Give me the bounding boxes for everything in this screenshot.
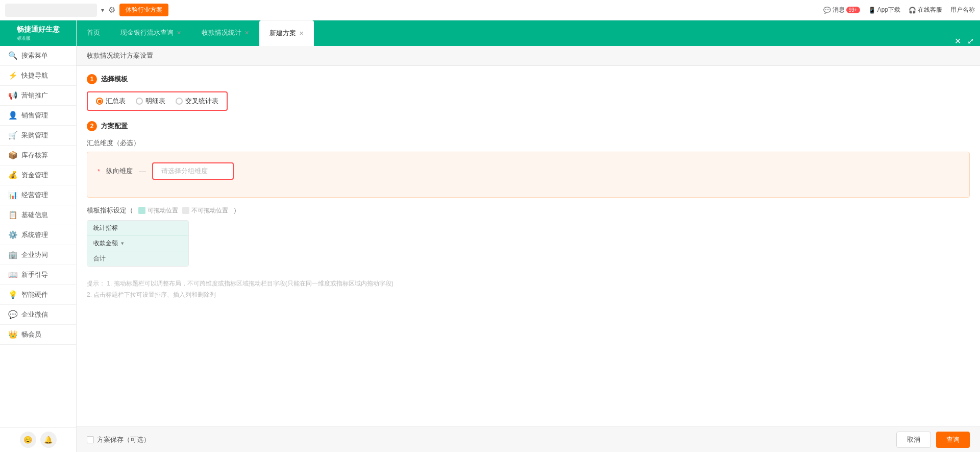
step1-section: 1 选择模板 汇总表 明细表 — [87, 74, 970, 111]
step1-header: 1 选择模板 — [87, 74, 970, 84]
tab-new-plan[interactable]: 新建方案 ✕ — [259, 20, 314, 46]
radio-cross-stat[interactable]: 交叉统计表 — [176, 97, 218, 106]
online-service-label: 在线客服 — [918, 6, 942, 14]
sidebar-item-member[interactable]: 👑 畅会员 — [0, 325, 76, 345]
query-button[interactable]: 查询 — [936, 432, 970, 448]
fixed-label: 不可拖动位置 — [191, 206, 228, 215]
tab-expand-icon[interactable]: ⤢ — [967, 36, 974, 46]
tab-close-all-icon[interactable]: ✕ — [954, 36, 961, 46]
sidebar-label-hardware: 智能硬件 — [21, 290, 48, 299]
app-download-btn[interactable]: 📱 App下载 — [868, 6, 900, 14]
sidebar-bottom-btn2[interactable]: 🔔 — [40, 432, 57, 448]
fixed-box — [182, 207, 189, 214]
movable-box — [138, 207, 145, 214]
tab-receipt-stat[interactable]: 收款情况统计 ✕ — [191, 20, 259, 46]
step1-num: 1 — [87, 74, 97, 84]
sidebar-item-wechat[interactable]: 💬 企业微信 — [0, 305, 76, 325]
metrics-item-receipt[interactable]: 收款金额 ▾ — [87, 236, 188, 251]
top-header: ▾ ⚙ 体验行业方案 💬 消息 99+ 📱 App下载 🎧 在线客服 用户名称 — [0, 0, 980, 20]
metrics-sum-cell: 合计 — [87, 251, 188, 266]
sidebar-bottom-btn1[interactable]: 😊 — [20, 432, 36, 448]
operations-icon: 📊 — [8, 191, 17, 200]
user-name[interactable]: 用户名称 — [950, 6, 975, 14]
main-layout: 畅捷通好生意 标准版 🔍 搜索菜单 ⚡ 快捷导航 📢 营销推广 👤 销售管理 🛒… — [0, 20, 980, 452]
wechat-icon: 💬 — [8, 310, 17, 319]
sidebar-item-smart-hardware[interactable]: 💡 智能硬件 — [0, 285, 76, 305]
metrics-legend: 可拖动位置 不可拖动位置 — [138, 206, 228, 215]
sidebar-label-wechat: 企业微信 — [21, 310, 48, 319]
sidebar-item-marketing[interactable]: 📢 营销推广 — [0, 86, 76, 106]
logo-sub: 标准版 — [17, 35, 60, 42]
hardware-icon: 💡 — [8, 290, 17, 299]
metrics-label: 模板指标设定（ — [87, 206, 133, 215]
enterprise-icon: 🏢 — [8, 250, 17, 259]
sidebar-item-basic-info[interactable]: 📋 基础信息 — [0, 205, 76, 225]
save-checkbox[interactable] — [87, 436, 94, 443]
sidebar-label-member: 畅会员 — [21, 330, 41, 339]
sidebar-item-purchase[interactable]: 🛒 采购管理 — [0, 126, 76, 146]
purchase-icon: 🛒 — [8, 131, 17, 140]
tab-receipt-stat-close[interactable]: ✕ — [244, 30, 249, 36]
industry-btn[interactable]: 体验行业方案 — [119, 4, 168, 16]
step2-header: 2 方案配置 — [87, 121, 970, 131]
sales-icon: 👤 — [8, 111, 17, 120]
radio-cross-stat-label: 交叉统计表 — [185, 97, 218, 106]
sidebar-item-search[interactable]: 🔍 搜索菜单 — [0, 46, 76, 66]
cancel-button[interactable]: 取消 — [896, 432, 931, 448]
plan-save-checkbox[interactable]: 方案保存（可选） — [87, 435, 150, 444]
sidebar-item-operations[interactable]: 📊 经营管理 — [0, 185, 76, 205]
tab-cash-bank-close[interactable]: ✕ — [177, 30, 181, 36]
page-title-bar: 收款情况统计方案设置 — [77, 46, 980, 66]
bottom-bar: 方案保存（可选） 取消 查询 — [77, 426, 980, 452]
tab-new-plan-close[interactable]: ✕ — [299, 30, 304, 37]
hint-line2: 2. 点击标题栏下拉可设置排序、插入列和删除列 — [87, 290, 970, 301]
sidebar-item-sales[interactable]: 👤 销售管理 — [0, 106, 76, 126]
basic-info-icon: 📋 — [8, 210, 17, 220]
radio-summary-label: 汇总表 — [106, 97, 126, 106]
radio-cross-stat-circle — [176, 98, 183, 105]
app-icon: 📱 — [868, 7, 876, 14]
dim-arrow-icon: — — [139, 167, 146, 175]
tab-home[interactable]: 首页 — [77, 20, 110, 46]
sidebar-item-enterprise[interactable]: 🏢 企业协同 — [0, 245, 76, 265]
radio-summary-circle — [96, 98, 103, 105]
sidebar-item-finance[interactable]: 💰 资金管理 — [0, 165, 76, 185]
sidebar-item-inventory[interactable]: 📦 库存核算 — [0, 146, 76, 165]
radio-summary[interactable]: 汇总表 — [96, 97, 126, 106]
online-service-btn[interactable]: 🎧 在线客服 — [909, 6, 942, 14]
sidebar-logo: 畅捷通好生意 标准版 — [0, 20, 76, 46]
radio-detail[interactable]: 明细表 — [136, 97, 165, 106]
dim-selector[interactable]: 请选择分组维度 — [152, 162, 234, 180]
header-right: 💬 消息 99+ 📱 App下载 🎧 在线客服 用户名称 — [823, 6, 975, 14]
hint-line1: 提示： 1. 拖动标题栏可以调整布局，不可跨维度或指标区域拖动栏目字段(只能在同… — [87, 278, 970, 290]
page-title: 收款情况统计方案设置 — [87, 52, 153, 59]
finance-icon: 💰 — [8, 171, 17, 180]
sidebar-label-system: 系统管理 — [21, 230, 48, 240]
chevron-down-icon: ▾ — [121, 240, 124, 247]
sidebar-label-guide: 新手引导 — [21, 270, 48, 279]
tab-new-plan-label: 新建方案 — [270, 29, 296, 38]
content-area: 首页 现金银行流水查询 ✕ 收款情况统计 ✕ 新建方案 ✕ ✕ ⤢ 收款情况统计… — [77, 20, 980, 452]
step2-title: 方案配置 — [101, 122, 128, 131]
sidebar-label-marketing: 营销推广 — [21, 91, 48, 100]
member-icon: 👑 — [8, 330, 17, 339]
sidebar-item-guide[interactable]: 📖 新手引导 — [0, 265, 76, 285]
sidebar-label-enterprise: 企业协同 — [21, 250, 48, 259]
inventory-icon: 📦 — [8, 151, 17, 160]
dim-area: * 纵向维度 — 请选择分组维度 — [87, 152, 970, 198]
message-btn[interactable]: 💬 消息 99+ — [823, 6, 860, 14]
hints-area: 提示： 1. 拖动标题栏可以调整布局，不可跨维度或指标区域拖动栏目字段(只能在同… — [87, 278, 970, 300]
header-search-bar[interactable] — [5, 4, 97, 17]
header-dropdown-icon[interactable]: ▾ — [101, 7, 104, 14]
legend-movable: 可拖动位置 — [138, 206, 178, 215]
gear-icon[interactable]: ⚙ — [108, 5, 115, 15]
metrics-config: 模板指标设定（ 可拖动位置 不可拖动位置 — [87, 206, 970, 268]
step2-num: 2 — [87, 121, 97, 131]
sidebar-bottom: 😊 🔔 — [0, 427, 76, 452]
sidebar-item-quick-nav[interactable]: ⚡ 快捷导航 — [0, 66, 76, 86]
radio-detail-label: 明细表 — [145, 97, 165, 106]
tab-cash-bank[interactable]: 现金银行流水查询 ✕ — [110, 20, 191, 46]
sidebar-label-operations: 经营管理 — [21, 191, 48, 200]
sidebar-item-system[interactable]: ⚙️ 系统管理 — [0, 225, 76, 245]
summary-dim-label: 汇总维度（必选） — [87, 138, 970, 148]
